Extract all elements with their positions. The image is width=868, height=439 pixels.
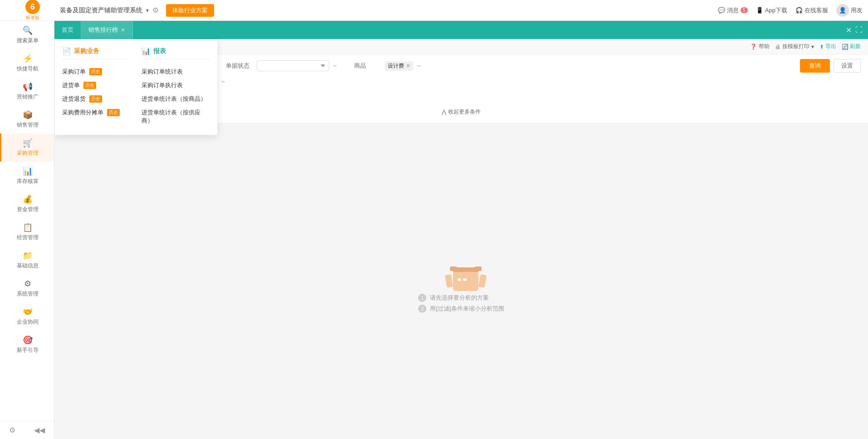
tab-close-btn[interactable]: ✕: [121, 27, 125, 33]
sidebar-item-search[interactable]: 🔍 搜索菜单: [0, 21, 54, 49]
empty-step-1: 1 请先选择要分析的方案: [418, 294, 504, 302]
user-label: 用友: [851, 6, 863, 15]
online-service-btn[interactable]: 🎧 在线客服: [795, 6, 828, 15]
menu-item-report-receipt-by-supplier-label: 进货单统计表（按供应商）: [141, 109, 210, 125]
messages-btn[interactable]: 💬 消息 5: [718, 6, 748, 15]
purchase-icon: 🛒: [23, 138, 33, 148]
report-section-title: 📊 报表: [141, 47, 210, 59]
menu-item-report-order-exec[interactable]: 采购订单执行表: [141, 79, 210, 92]
tab-maximize-btn[interactable]: ⛶: [855, 26, 863, 34]
sidebar-item-operation[interactable]: 📋 经营管理: [0, 218, 54, 246]
system-dropdown-btn[interactable]: ▾: [146, 7, 149, 14]
menu-item-report-receipt-by-goods[interactable]: 进货单统计表（按商品）: [141, 92, 210, 106]
sidebar-item-finance[interactable]: 💰 资金管理: [0, 190, 54, 218]
empty-hint-2: 用[过滤]条件来缩小分析范围: [430, 305, 504, 313]
help-label: 帮助: [759, 43, 770, 50]
sidebar-label-system: 系统管理: [17, 290, 39, 298]
export-label: 导出: [825, 43, 836, 50]
industry-btn[interactable]: 体验行业方案: [166, 4, 214, 17]
search-icon: 🔍: [23, 25, 33, 35]
sidebar-item-guide[interactable]: 🎯 新手引导: [0, 330, 54, 359]
basic-info-icon: 📁: [23, 251, 33, 261]
sidebar-label-sales: 销售管理: [17, 121, 39, 129]
guide-icon: 🎯: [23, 335, 33, 345]
finance-icon: 💰: [23, 194, 33, 204]
content-area: 首页 销售排行榜 ✕ ✕ ⛶ 📄 采购业务 采购订单 历史: [54, 21, 868, 439]
sidebar-bottom: ⚙ ◀◀: [0, 421, 54, 439]
tab-bar: 首页 销售排行榜 ✕ ✕ ⛶: [54, 21, 868, 39]
query-btn[interactable]: 查询: [800, 59, 830, 73]
menu-item-purchase-order[interactable]: 采购订单 历史: [62, 65, 131, 79]
goods-tag-remove[interactable]: ✕: [406, 63, 410, 69]
settings-btn[interactable]: 设置: [834, 59, 861, 73]
sidebar-item-system[interactable]: ⚙ 系统管理: [0, 274, 54, 302]
salesperson-more-btn[interactable]: ···: [221, 78, 224, 86]
tab-sales-ranking-label: 销售排行榜: [88, 26, 118, 34]
gear-icon[interactable]: ⚙: [152, 6, 159, 15]
menu-item-report-order-stat[interactable]: 采购订单统计表: [141, 65, 210, 79]
goods-more-btn[interactable]: ···: [417, 62, 420, 70]
print-icon: 🖨: [775, 44, 780, 50]
empty-steps: 1 请先选择要分析的方案 2 用[过滤]条件来缩小分析范围: [418, 294, 504, 313]
menu-item-purchase-order-label: 采购订单: [62, 68, 86, 76]
sidebar-item-marketing[interactable]: 📢 营销推广: [0, 77, 54, 105]
menu-item-goods-return[interactable]: 进货退货 历史: [62, 92, 131, 106]
print-btn[interactable]: 🖨 按模板打印 ▾: [775, 43, 814, 50]
logo-icon: 6: [25, 0, 40, 14]
inventory-icon: 📊: [23, 166, 33, 176]
collab-icon: 🤝: [23, 307, 33, 317]
main-layout: 🔍 搜索菜单 ⚡ 快捷导航 📢 营销推广 📦 销售管理 🛒 采购管理 📊 库存核…: [0, 21, 868, 439]
tab-close-window-btn[interactable]: ✕: [846, 26, 852, 35]
sidebar-label-finance: 资金管理: [17, 206, 39, 213]
help-icon: ❓: [750, 44, 757, 50]
print-dropdown-icon: ▾: [811, 44, 814, 50]
purchase-section-icon: 📄: [62, 47, 71, 55]
operation-icon: 📋: [23, 222, 33, 232]
headset-icon: 🎧: [795, 7, 803, 14]
sidebar-label-purchase: 采购管理: [17, 149, 39, 157]
phone-icon: 📱: [756, 7, 763, 14]
user-menu-btn[interactable]: 👤 用友: [836, 4, 863, 17]
sidebar-item-basic-info[interactable]: 📁 基础信息: [0, 246, 54, 274]
avatar: 👤: [836, 4, 849, 17]
quicknav-icon: ⚡: [23, 54, 33, 64]
tab-home[interactable]: 首页: [54, 21, 81, 39]
menu-item-report-order-exec-label: 采购订单执行表: [141, 81, 183, 89]
menu-item-report-receipt-by-supplier[interactable]: 进货单统计表（按供应商）: [141, 106, 210, 128]
menu-item-goods-receipt[interactable]: 进货单 历史: [62, 79, 131, 92]
sidebar-item-purchase[interactable]: 🛒 采购管理: [0, 133, 54, 162]
doc-status-more-btn[interactable]: ···: [333, 62, 336, 70]
menu-item-purchase-expense[interactable]: 采购费用分摊单 历史: [62, 106, 131, 119]
empty-state: 1 请先选择要分析的方案 2 用[过滤]条件来缩小分析范围: [54, 123, 868, 439]
sidebar-item-quicknav[interactable]: ⚡ 快捷导航: [0, 49, 54, 77]
menu-item-goods-receipt-label: 进货单: [62, 81, 80, 89]
sidebar-item-collab[interactable]: 🤝 企业协同: [0, 302, 54, 330]
step-num-1: 1: [418, 294, 426, 302]
menu-item-report-order-stat-label: 采购订单统计表: [141, 68, 183, 76]
collapse-sidebar-btn[interactable]: ◀◀: [34, 426, 45, 434]
help-btn[interactable]: ❓ 帮助: [750, 43, 770, 50]
app-download-label: App下载: [765, 6, 787, 15]
empty-step-2: 2 用[过滤]条件来缩小分析范围: [418, 305, 504, 313]
purchase-section-title-text: 采购业务: [74, 47, 99, 55]
goods-tag: 设计费 ✕: [385, 61, 413, 71]
sidebar-label-operation: 经营管理: [17, 234, 39, 242]
settings-bottom-btn[interactable]: ⚙: [9, 426, 15, 434]
export-icon: ⬆: [819, 44, 824, 50]
collapse-label: 收起更多条件: [448, 108, 481, 116]
tab-actions: ✕ ⛶: [846, 26, 868, 35]
top-bar: 6 标准版 装备及固定资产辅助管理系统 ▾ ⚙ 体验行业方案 💬 消息 5 📱 …: [0, 0, 868, 21]
sidebar-item-inventory[interactable]: 📊 库存核算: [0, 162, 54, 190]
sidebar-label-marketing: 营销推广: [17, 93, 39, 101]
tab-sales-ranking[interactable]: 销售排行榜 ✕: [81, 21, 133, 39]
sidebar-label-search: 搜索菜单: [17, 37, 39, 44]
history-badge-3: 历史: [107, 109, 120, 116]
doc-status-select[interactable]: [257, 60, 329, 71]
sidebar-item-sales[interactable]: 📦 销售管理: [0, 105, 54, 133]
app-download-btn[interactable]: 📱 App下载: [756, 6, 787, 15]
goods-tag-text: 设计费: [388, 62, 404, 70]
refresh-btn[interactable]: 🔄 刷新: [842, 43, 861, 50]
top-right-actions: 💬 消息 5 📱 App下载 🎧 在线客服 👤 用友: [718, 4, 863, 17]
export-btn[interactable]: ⬆ 导出: [819, 43, 836, 50]
tab-home-label: 首页: [62, 26, 73, 34]
